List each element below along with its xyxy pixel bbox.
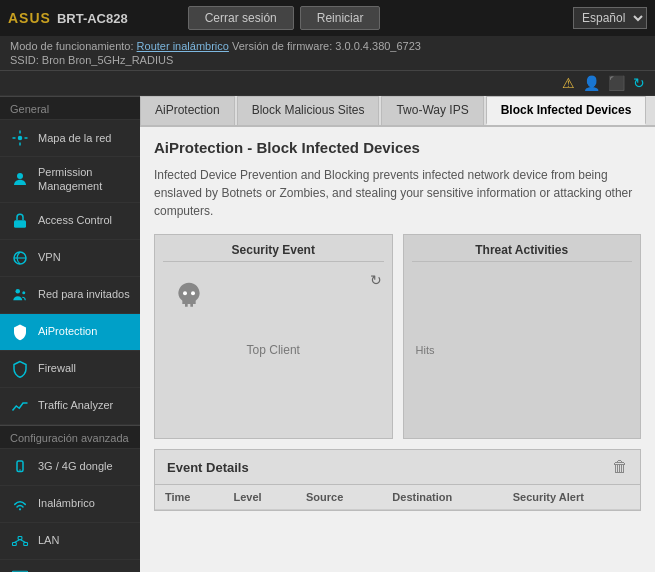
- top-client-label: Top Client: [247, 343, 300, 357]
- svg-line-13: [20, 539, 26, 542]
- tab-aiprotection[interactable]: AiProtection: [140, 96, 235, 125]
- sidebar-item-mapa-red[interactable]: Mapa de la red: [0, 120, 140, 157]
- main-layout: General Mapa de la red Permission Manage…: [0, 96, 655, 572]
- general-section-label: General: [0, 96, 140, 120]
- sidebar-label-permission: Permission Management: [38, 165, 130, 194]
- access-icon: [10, 211, 30, 231]
- vlan-icon: [10, 568, 30, 572]
- language-dropdown[interactable]: Español English: [573, 7, 647, 29]
- svg-point-7: [19, 469, 21, 471]
- sidebar-label-inalambrico: Inalámbrico: [38, 496, 95, 510]
- col-source: Source: [296, 485, 382, 510]
- reboot-button[interactable]: Reiniciar: [300, 6, 381, 30]
- wireless-icon: [10, 494, 30, 514]
- tab-two-way-ips[interactable]: Two-Way IPS: [381, 96, 483, 125]
- svg-line-12: [14, 539, 20, 542]
- svg-rect-10: [18, 536, 22, 539]
- permission-icon: [10, 169, 30, 189]
- threat-activities-panel: Threat Activities Hits: [403, 234, 642, 439]
- ssid-label: SSID:: [10, 54, 39, 66]
- traffic-icon: [10, 396, 30, 416]
- ssid-line: SSID: Bron Bron_5GHz_RADIUS: [10, 54, 645, 66]
- guest-icon: [10, 285, 30, 305]
- shield-icon: [10, 322, 30, 342]
- sidebar-item-access-control[interactable]: Access Control: [0, 203, 140, 240]
- usb-icon[interactable]: ⬛: [608, 75, 625, 91]
- security-refresh-icon[interactable]: ↻: [370, 272, 382, 288]
- svg-point-17: [183, 291, 187, 295]
- page-content: AiProtection - Block Infected Devices In…: [140, 127, 655, 523]
- sidebar-item-traffic-analyzer[interactable]: Traffic Analyzer: [0, 388, 140, 425]
- mode-link[interactable]: Router inalámbrico: [137, 40, 229, 52]
- logo-area: ASUS BRT-AC828: [8, 10, 128, 26]
- svg-point-4: [16, 289, 21, 294]
- event-details-section: Event Details 🗑 Time Level Source Destin…: [154, 449, 641, 511]
- warning-icon[interactable]: ⚠: [562, 75, 575, 91]
- mode-label: Modo de funcionamiento:: [10, 40, 134, 52]
- icons-bar: ⚠ 👤 ⬛ ↻: [0, 71, 655, 96]
- sidebar-item-firewall[interactable]: Firewall: [0, 351, 140, 388]
- col-destination: Destination: [382, 485, 502, 510]
- col-security-alert: Security Alert: [503, 485, 640, 510]
- tabs-bar: AiProtection Block Malicious Sites Two-W…: [140, 96, 655, 127]
- model-name: BRT-AC828: [57, 11, 128, 26]
- sidebar-item-vpn[interactable]: VPN: [0, 240, 140, 277]
- threat-activities-body: Hits: [412, 270, 633, 430]
- firmware-label: Versión de firmware:: [232, 40, 332, 52]
- page-title: AiProtection - Block Infected Devices: [154, 139, 641, 156]
- security-event-panel: Security Event ↻ Top Client: [154, 234, 393, 439]
- sidebar-label-access: Access Control: [38, 213, 112, 227]
- sidebar-item-permission[interactable]: Permission Management: [0, 157, 140, 203]
- sidebar-label-lan: LAN: [38, 533, 59, 547]
- asus-logo: ASUS: [8, 10, 51, 26]
- svg-rect-9: [13, 542, 17, 545]
- sidebar-label-firewall: Firewall: [38, 361, 76, 375]
- sidebar-label-vpn: VPN: [38, 250, 61, 264]
- logout-button[interactable]: Cerrar sesión: [188, 6, 294, 30]
- skull-icon: [173, 280, 205, 315]
- header: ASUS BRT-AC828 Cerrar sesión Reiniciar E…: [0, 0, 655, 36]
- charts-row: Security Event ↻ Top Client: [154, 234, 641, 439]
- tab-block-infected[interactable]: Block Infected Devices: [486, 96, 647, 125]
- ssid-value: Bron Bron_5GHz_RADIUS: [42, 54, 173, 66]
- svg-rect-11: [24, 542, 28, 545]
- sidebar-item-red-invitados[interactable]: Red para invitados: [0, 277, 140, 314]
- page-description: Infected Device Prevention and Blocking …: [154, 166, 641, 220]
- svg-point-8: [19, 508, 21, 510]
- svg-point-18: [191, 291, 195, 295]
- sidebar-item-inalambrico[interactable]: Inalámbrico: [0, 486, 140, 523]
- svg-point-5: [22, 291, 25, 294]
- lan-icon: [10, 531, 30, 551]
- table-header-row: Time Level Source Destination Security A…: [155, 485, 640, 510]
- sidebar-item-aiprotection[interactable]: AiProtection: [0, 314, 140, 351]
- advanced-section-label: Configuración avanzada: [0, 425, 140, 449]
- sidebar-label-red-invitados: Red para invitados: [38, 287, 130, 301]
- security-event-title: Security Event: [163, 243, 384, 262]
- sidebar-item-3g4g[interactable]: 3G / 4G dongle: [0, 449, 140, 486]
- refresh-icon[interactable]: ↻: [633, 75, 645, 91]
- svg-rect-2: [14, 220, 26, 228]
- network-map-icon: [10, 128, 30, 148]
- user-icon[interactable]: 👤: [583, 75, 600, 91]
- sidebar-label-traffic: Traffic Analyzer: [38, 398, 113, 412]
- mode-bar: Modo de funcionamiento: Router inalámbri…: [0, 36, 655, 71]
- language-selector[interactable]: Español English: [573, 7, 647, 29]
- dongle-icon: [10, 457, 30, 477]
- col-time: Time: [155, 485, 224, 510]
- sidebar-label-mapa-red: Mapa de la red: [38, 131, 111, 145]
- sidebar: General Mapa de la red Permission Manage…: [0, 96, 140, 572]
- hits-label: Hits: [412, 344, 435, 356]
- threat-activities-title: Threat Activities: [412, 243, 633, 262]
- sidebar-item-lan[interactable]: LAN: [0, 523, 140, 560]
- tab-block-malicious[interactable]: Block Malicious Sites: [237, 96, 380, 125]
- content-area: AiProtection Block Malicious Sites Two-W…: [140, 96, 655, 572]
- vpn-icon: [10, 248, 30, 268]
- header-buttons: Cerrar sesión Reiniciar: [188, 6, 381, 30]
- event-details-title: Event Details: [167, 460, 249, 475]
- event-table: Time Level Source Destination Security A…: [155, 485, 640, 510]
- firmware-version: 3.0.0.4.380_6723: [335, 40, 421, 52]
- delete-icon[interactable]: 🗑: [612, 458, 628, 476]
- sidebar-label-aiprotection: AiProtection: [38, 324, 97, 338]
- event-details-header: Event Details 🗑: [155, 450, 640, 485]
- sidebar-item-vlan[interactable]: VLAN: [0, 560, 140, 572]
